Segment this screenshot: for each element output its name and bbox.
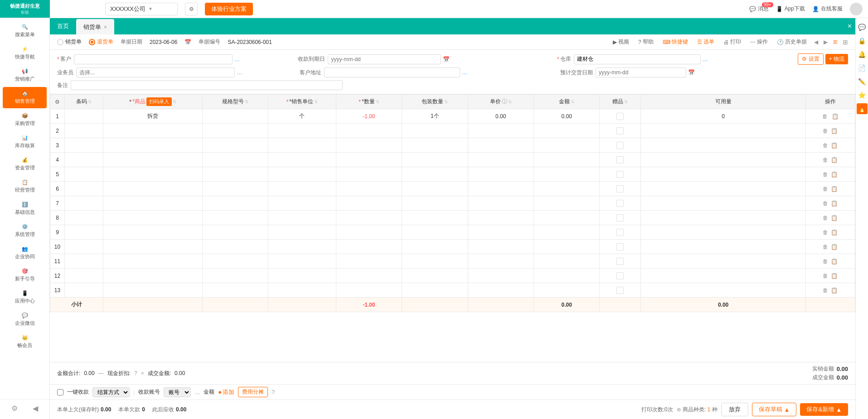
customer-addr-input[interactable] bbox=[324, 67, 460, 77]
salesperson-input[interactable] bbox=[76, 67, 235, 77]
customer-addr-more-btn[interactable]: … bbox=[462, 69, 467, 76]
sidebar-settings-btn[interactable]: ⚙ bbox=[11, 404, 18, 413]
right-panel-btn-3[interactable]: 🔔 bbox=[857, 49, 868, 60]
calc-method-select[interactable]: 结算方式 bbox=[92, 387, 130, 397]
delete-btn-5[interactable]: 🗑 bbox=[823, 171, 828, 178]
tab-close-icon[interactable]: × bbox=[104, 24, 107, 30]
shortcut-btn[interactable]: ⌨ 快捷键 bbox=[661, 37, 690, 47]
account-more-btn[interactable]: … bbox=[194, 389, 200, 395]
tab-sales[interactable]: 销货单 × bbox=[76, 19, 114, 35]
operate-btn[interactable]: ⋯ 操作 bbox=[748, 37, 770, 47]
right-panel-btn-7[interactable]: 🔥 bbox=[857, 103, 868, 114]
customer-more-btn[interactable]: … bbox=[234, 56, 240, 63]
sidebar-item-member[interactable]: 👑 畅会员 bbox=[3, 331, 47, 352]
right-panel-btn-4[interactable]: 📄 bbox=[857, 63, 868, 73]
expected-date-input[interactable] bbox=[596, 67, 686, 77]
delete-btn-2[interactable]: 🗑 bbox=[823, 128, 828, 134]
delete-btn-13[interactable]: 🗑 bbox=[823, 287, 828, 294]
history-btn[interactable]: 🕐 历史单据 bbox=[775, 37, 809, 47]
save-draft-btn[interactable]: 保存草稿 ▲ bbox=[752, 403, 797, 416]
copy-btn-5[interactable]: 📋 bbox=[831, 171, 838, 178]
price-cell-1[interactable]: 0.00 bbox=[468, 109, 533, 124]
sidebar-collapse-btn[interactable]: ◀ bbox=[33, 404, 38, 413]
settings-gear-btn[interactable]: ⚙ bbox=[185, 3, 198, 15]
sidebar-item-system[interactable]: ⚙️ 系统管理 bbox=[3, 220, 47, 241]
copy-btn-4[interactable]: 📋 bbox=[831, 157, 838, 163]
help-btn[interactable]: ? 帮助 bbox=[636, 37, 655, 47]
delete-btn-1[interactable]: 🗑 bbox=[822, 113, 828, 120]
right-panel-btn-6[interactable]: ⭐ bbox=[857, 90, 868, 101]
settings-action-btn[interactable]: ⚙ 设置 bbox=[798, 53, 823, 65]
delete-btn-7[interactable]: 🗑 bbox=[823, 200, 828, 207]
avatar[interactable] bbox=[850, 3, 863, 15]
copy-btn-13[interactable]: 📋 bbox=[831, 287, 838, 294]
pkg-qty-cell-1[interactable]: 1个 bbox=[402, 109, 468, 124]
warehouse-input[interactable]: 建材仓 bbox=[574, 54, 701, 64]
right-panel-btn-2[interactable]: 🔒 bbox=[857, 35, 868, 46]
sidebar-item-enterprise[interactable]: 👥 企业协同 bbox=[3, 242, 47, 264]
copy-btn-3[interactable]: 📋 bbox=[831, 142, 838, 149]
view-list-btn[interactable]: ≡ bbox=[833, 38, 837, 46]
sidebar-item-finance[interactable]: 💰 资金管理 bbox=[3, 154, 47, 175]
copy-btn-8[interactable]: 📋 bbox=[831, 215, 838, 221]
expense-split-btn[interactable]: 费用分摊 bbox=[238, 387, 268, 397]
help-discount-icon[interactable]: ? bbox=[134, 370, 137, 376]
salesperson-more-btn[interactable]: … bbox=[237, 69, 242, 76]
spec-cell-1[interactable] bbox=[202, 109, 268, 124]
save-new-btn[interactable]: 保存&新增 ▲ bbox=[800, 403, 848, 416]
delete-btn-11[interactable]: 🗑 bbox=[823, 258, 828, 265]
sidebar-item-sales[interactable]: 🏠 销售管理 bbox=[3, 87, 47, 108]
sidebar-item-apps[interactable]: 📱 应用中心 bbox=[3, 287, 47, 308]
nav-next-btn[interactable]: ▶ bbox=[824, 39, 828, 45]
right-panel-btn-5[interactable]: ✏️ bbox=[857, 76, 868, 87]
amount-cell-1[interactable]: 0.00 bbox=[533, 109, 599, 124]
note-input[interactable] bbox=[71, 80, 343, 90]
sidebar-item-wechat[interactable]: 💬 企业微信 bbox=[3, 309, 47, 330]
delete-btn-12[interactable]: 🗑 bbox=[823, 273, 828, 279]
col-settings-icon[interactable]: ⚙ bbox=[55, 99, 60, 105]
logistics-action-btn[interactable]: + 物流 bbox=[825, 54, 848, 64]
delete-btn-6[interactable]: 🗑 bbox=[823, 186, 828, 192]
copy-btn-9[interactable]: 📋 bbox=[831, 229, 838, 236]
sidebar-item-marketing[interactable]: 📢 营销推广 bbox=[3, 65, 47, 86]
message-icon-item[interactable]: 💬 消息 99+ bbox=[749, 5, 769, 13]
help-payment-icon[interactable]: ? bbox=[272, 389, 275, 395]
customer-input[interactable] bbox=[74, 54, 233, 64]
add-payment-btn[interactable]: ● 添加 bbox=[218, 388, 234, 396]
gift-cell-1[interactable] bbox=[600, 109, 641, 124]
tab-close-all-btn[interactable]: × bbox=[848, 22, 855, 30]
payment-due-cal-icon[interactable]: 📅 bbox=[443, 56, 450, 63]
unit-cell-1[interactable]: 个 bbox=[268, 109, 336, 124]
qty-cell-1[interactable]: -1.00 bbox=[336, 109, 402, 124]
scan-input-btn[interactable]: 扫码录入 bbox=[146, 97, 172, 106]
view-grid-btn[interactable]: ⊞ bbox=[843, 39, 848, 46]
warehouse-more-btn[interactable]: … bbox=[703, 56, 708, 63]
abandon-btn[interactable]: 放弃 bbox=[721, 403, 748, 416]
delete-btn-4[interactable]: 🗑 bbox=[823, 157, 828, 163]
sidebar-item-quick-nav[interactable]: ⚡ 快捷导航 bbox=[3, 43, 47, 64]
trial-btn[interactable]: 体验行业方案 bbox=[205, 3, 253, 15]
radio-sales[interactable]: 销货单 bbox=[57, 38, 82, 46]
sidebar-item-inventory[interactable]: 📊 库存核算 bbox=[3, 131, 47, 153]
service-item[interactable]: 👤 在线客服 bbox=[812, 5, 843, 13]
product-cell-1[interactable]: 拆货 bbox=[103, 109, 202, 124]
expected-date-cal-icon[interactable]: 📅 bbox=[688, 69, 695, 76]
copy-btn-6[interactable]: 📋 bbox=[831, 186, 838, 192]
delete-btn-3[interactable]: 🗑 bbox=[823, 142, 828, 149]
company-selector[interactable]: XXXXXX公司 ▼ bbox=[105, 3, 178, 15]
copy-btn-10[interactable]: 📋 bbox=[831, 244, 838, 250]
one-click-payment-checkbox[interactable] bbox=[57, 389, 63, 395]
sidebar-item-basics[interactable]: ℹ️ 基础信息 bbox=[3, 198, 47, 219]
sidebar-item-search[interactable]: 🔍 搜索菜单 bbox=[3, 20, 47, 42]
barcode-cell-1[interactable] bbox=[65, 109, 103, 124]
copy-btn-7[interactable]: 📋 bbox=[831, 200, 838, 207]
copy-btn-11[interactable]: 📋 bbox=[831, 258, 838, 265]
delete-btn-10[interactable]: 🗑 bbox=[823, 244, 828, 250]
sidebar-item-operations[interactable]: 📋 经营管理 bbox=[3, 176, 47, 197]
account-select[interactable]: 账号 bbox=[164, 387, 191, 397]
select-btn[interactable]: ☰ 选单 bbox=[695, 37, 716, 47]
radio-return[interactable]: 退货单 bbox=[89, 38, 113, 46]
payment-due-input[interactable] bbox=[328, 54, 441, 64]
copy-btn-12[interactable]: 📋 bbox=[831, 273, 838, 279]
right-panel-btn-1[interactable]: 💬 bbox=[857, 22, 868, 33]
